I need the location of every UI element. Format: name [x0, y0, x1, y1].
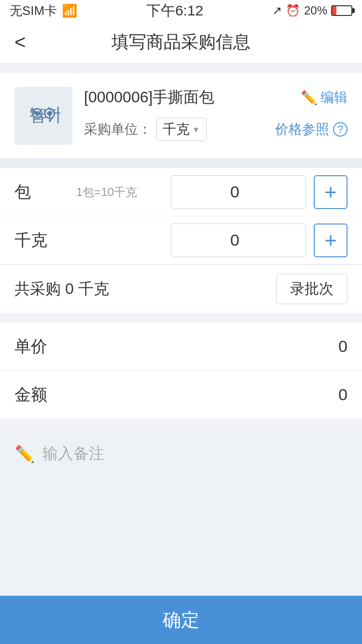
unit-label: 采购单位： [84, 120, 152, 139]
batch-button[interactable]: 录批次 [276, 274, 348, 304]
location-icon: ↗ [272, 4, 282, 17]
input-section: 包 1包=10千克 + 千克 + 共采购 0 千克 录批次 [0, 168, 362, 313]
status-time: 下午6:12 [146, 1, 203, 21]
unit-select[interactable]: 千克 ▾ [156, 118, 207, 141]
battery-percent: 20% [304, 4, 327, 17]
bag-sublabel: 1包=10千克 [76, 184, 137, 200]
unit-value: 千克 [163, 120, 190, 139]
status-left: 无SIM卡 📶 [10, 2, 77, 19]
amount-row: 金额 0 [0, 371, 362, 419]
battery-icon [331, 5, 352, 16]
bag-input-wrap: + [137, 175, 348, 209]
edit-button[interactable]: ✏️ 编辑 [301, 88, 348, 107]
pencil-icon: ✏️ [14, 444, 35, 463]
product-image: 智计 [14, 87, 72, 145]
edit-icon: ✏️ [301, 90, 318, 106]
product-name: [0000006]手撕面包 [84, 87, 214, 108]
kg-input[interactable] [171, 224, 306, 257]
notes-section[interactable]: ✏️ 输入备注 [0, 429, 362, 479]
alarm-icon: ⏰ [286, 4, 300, 17]
info-icon: ? [333, 122, 348, 137]
status-bar: 无SIM卡 📶 下午6:12 ↗ ⏰ 20% [0, 0, 362, 21]
svg-point-4 [47, 111, 52, 116]
back-button[interactable]: < [14, 31, 26, 53]
notes-placeholder: 输入备注 [42, 443, 104, 464]
nav-bar: < 填写商品采购信息 [0, 21, 362, 64]
edit-label: 编辑 [320, 88, 348, 107]
unit-row: 采购单位： 千克 ▾ 价格参照 ? [84, 118, 348, 141]
wifi-icon: 📶 [62, 3, 77, 18]
price-ref-button[interactable]: 价格参照 ? [275, 120, 348, 139]
bag-label: 包 [14, 181, 72, 203]
info-section: 单价 0 金额 0 [0, 322, 362, 419]
summary-text: 共采购 0 千克 [14, 279, 109, 300]
confirm-button[interactable]: 确定 [0, 596, 362, 644]
product-name-row: [0000006]手撕面包 ✏️ 编辑 [84, 87, 348, 108]
svg-point-3 [35, 111, 40, 116]
kg-label: 千克 [14, 229, 72, 252]
chevron-down-icon: ▾ [194, 124, 198, 135]
carrier-text: 无SIM卡 [10, 2, 57, 19]
bag-input-row: 包 1包=10千克 + [0, 168, 362, 216]
kg-input-row: 千克 + [0, 216, 362, 265]
unit-price-row: 单价 0 [0, 322, 362, 371]
battery-fill [332, 6, 336, 15]
owl-icon: 智计 [27, 103, 60, 129]
summary-row: 共采购 0 千克 录批次 [0, 265, 362, 313]
status-right: ↗ ⏰ 20% [272, 4, 352, 17]
price-ref-label: 价格参照 [275, 120, 329, 139]
unit-price-value: 0 [338, 337, 348, 356]
product-card: 智计 [0000006]手撕面包 ✏️ 编辑 采购单位： [0, 73, 362, 158]
section-divider-1 [0, 158, 362, 168]
product-info: [0000006]手撕面包 ✏️ 编辑 采购单位： 千克 ▾ 价格参照 ? [84, 87, 348, 141]
amount-label: 金额 [14, 384, 47, 406]
unit-selector-wrap: 采购单位： 千克 ▾ [84, 118, 207, 141]
amount-value: 0 [338, 385, 348, 404]
kg-plus-button[interactable]: + [314, 224, 348, 257]
kg-input-wrap: + [72, 224, 348, 257]
page-title: 填写商品采购信息 [111, 30, 251, 54]
bag-plus-button[interactable]: + [314, 175, 348, 209]
product-logo: 智计 [24, 101, 63, 130]
unit-price-label: 单价 [14, 336, 47, 358]
bag-input[interactable] [171, 175, 306, 209]
